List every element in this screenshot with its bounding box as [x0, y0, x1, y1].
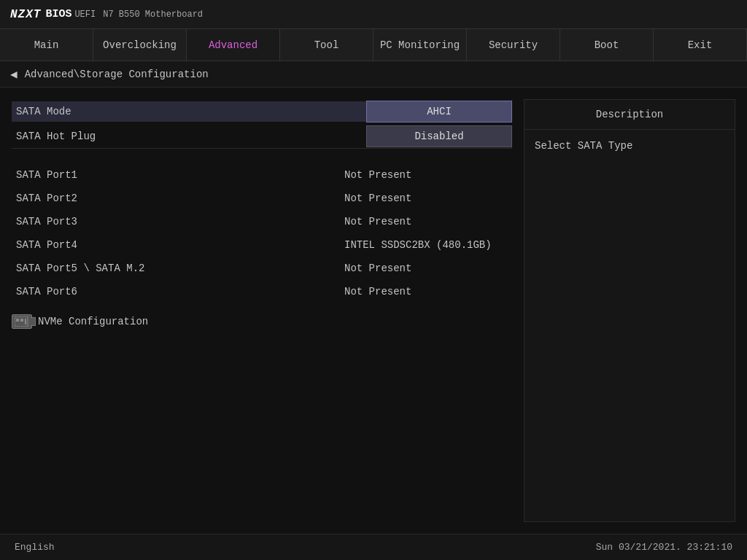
breadcrumb: ◀ Advanced\Storage Configuration [0, 61, 747, 88]
nvme-icon [12, 314, 32, 329]
nav-item-advanced[interactable]: Advanced [187, 29, 280, 61]
board-info: N7 B550 Motherboard [103, 9, 203, 20]
port-list: SATA Port1Not PresentSATA Port2Not Prese… [12, 163, 512, 303]
nav-item-exit[interactable]: Exit [654, 29, 747, 61]
description-panel: Description Select SATA Type [524, 99, 735, 522]
sata-hot-plug-row: SATA Hot Plug Disabled [12, 124, 512, 149]
nav-item-tool[interactable]: Tool [280, 29, 374, 61]
svg-rect-2 [20, 319, 23, 322]
bios-label: BIOS [45, 8, 71, 20]
main-content: SATA Mode AHCI SATA Hot Plug Disabled SA… [0, 88, 747, 534]
port-row-5: SATA Port5 \ SATA M.2Not Present [12, 257, 512, 280]
footer-bar: English Sun 03/21/2021. 23:21:10 [0, 534, 747, 560]
navigation-bar: MainOverclockingAdvancedToolPC Monitorin… [0, 29, 747, 61]
breadcrumb-back-arrow[interactable]: ◀ [10, 67, 18, 82]
breadcrumb-text: Advanced\Storage Configuration [25, 69, 209, 80]
port-row-4: SATA Port4INTEL SSDSC2BX (480.1GB) [12, 233, 512, 257]
svg-rect-1 [16, 319, 19, 322]
port-row-2: SATA Port2Not Present [12, 187, 512, 210]
port-value-2: Not Present [337, 190, 512, 207]
nav-item-overclocking[interactable]: Overclocking [93, 29, 187, 61]
port-label-1: SATA Port1 [12, 166, 337, 184]
footer-datetime: Sun 03/21/2021. 23:21:10 [596, 542, 732, 553]
port-row-3: SATA Port3Not Present [12, 210, 512, 233]
port-label-2: SATA Port2 [12, 190, 337, 207]
nav-item-security[interactable]: Security [467, 29, 560, 61]
footer-language: English [15, 542, 55, 553]
nzxt-logo: NZXT [10, 8, 41, 21]
nvme-configuration-row[interactable]: NVMe Configuration [12, 309, 512, 334]
port-value-1: Not Present [337, 166, 512, 184]
port-value-3: Not Present [337, 213, 512, 230]
port-label-4: SATA Port4 [12, 236, 337, 254]
header-bar: NZXT BIOS UEFI N7 B550 Motherboard [0, 0, 747, 29]
sata-hot-plug-value[interactable]: Disabled [366, 125, 512, 147]
port-value-5: Not Present [337, 260, 512, 277]
nav-item-main[interactable]: Main [0, 29, 93, 61]
sata-hot-plug-label: SATA Hot Plug [12, 126, 366, 147]
port-label-5: SATA Port5 \ SATA M.2 [12, 260, 337, 277]
port-label-6: SATA Port6 [12, 283, 337, 300]
port-row-6: SATA Port6Not Present [12, 280, 512, 303]
nav-item-pc-monitoring[interactable]: PC Monitoring [374, 29, 467, 61]
nvme-label: NVMe Configuration [38, 316, 148, 327]
port-value-4: INTEL SSDSC2BX (480.1GB) [337, 236, 512, 254]
port-value-6: Not Present [337, 283, 512, 300]
port-row-1: SATA Port1Not Present [12, 163, 512, 187]
uefi-label: UEFI [74, 9, 96, 20]
sata-mode-label: SATA Mode [12, 101, 366, 122]
nav-item-boot[interactable]: Boot [560, 29, 654, 61]
left-panel: SATA Mode AHCI SATA Hot Plug Disabled SA… [12, 99, 512, 522]
port-label-3: SATA Port3 [12, 213, 337, 230]
svg-rect-3 [25, 319, 26, 324]
sata-mode-row: SATA Mode AHCI [12, 99, 512, 124]
description-title: Description [525, 100, 735, 130]
sata-mode-value[interactable]: AHCI [366, 101, 512, 122]
description-content: Select SATA Type [525, 130, 735, 521]
